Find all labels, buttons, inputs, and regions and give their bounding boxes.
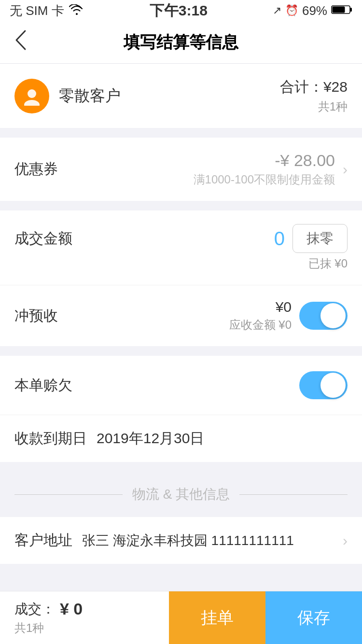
precollect-row: 冲预收 ¥0 应收金额 ¥0 (0, 285, 362, 346)
customer-name: 零散客户 (59, 85, 121, 107)
bottom-summary: 成交： ¥ 0 共1种 (0, 600, 169, 636)
alarm-icon: ⏰ (285, 4, 298, 17)
divider-4 (0, 462, 362, 472)
duedate-row: 收款到期日 2019年12月30日 (0, 415, 362, 462)
debt-label: 本单赊欠 (14, 376, 72, 395)
deal-amount-row: 成交金额 0 抹零 已抹 ¥0 (0, 210, 362, 285)
debt-toggle-knob (320, 373, 346, 398)
sim-text: 无 SIM 卡 (10, 2, 64, 19)
debt-row: 本单赊欠 (0, 356, 362, 415)
bottom-deal-label: 成交： (14, 600, 55, 618)
deal-amount-right: 0 抹零 (274, 224, 348, 253)
precollect-values: ¥0 应收金额 ¥0 (229, 299, 292, 333)
logistics-label: 物流 & 其他信息 (132, 485, 230, 504)
logistics-divider: 物流 & 其他信息 (0, 472, 362, 517)
bottom-deal-amount: ¥ 0 (60, 600, 83, 618)
battery-icon (331, 3, 352, 18)
bottom-bar: 成交： ¥ 0 共1种 挂单 保存 (0, 591, 362, 644)
bottom-count: 共1种 (14, 620, 154, 636)
deal-amount-value: 0 (274, 228, 285, 250)
svg-rect-2 (332, 6, 345, 13)
status-right: ↗ ⏰ 69% (273, 3, 352, 18)
logistics-line-left (14, 494, 123, 495)
svg-point-4 (24, 100, 40, 106)
chevron-right-icon: › (343, 161, 348, 178)
address-value: 张三 海淀永丰科技园 11111111111 (82, 532, 343, 550)
hold-button[interactable]: 挂单 (169, 591, 265, 644)
address-label: 客户地址 (14, 531, 72, 550)
customer-section: 零散客户 合计：¥28 共1种 (0, 64, 362, 128)
wifi-icon (69, 3, 84, 18)
duedate-value: 2019年12月30日 (97, 429, 204, 448)
status-time: 下午3:18 (150, 1, 208, 21)
svg-rect-1 (350, 8, 352, 12)
save-button[interactable]: 保存 (265, 591, 362, 644)
deal-amount-sub: 已抹 ¥0 (14, 256, 348, 271)
precollect-toggle[interactable] (299, 302, 348, 330)
divider-3 (0, 346, 362, 356)
voucher-right: -¥ 28.00 满1000-100不限制使用金额 › (194, 151, 348, 187)
customer-count: 共1种 (280, 99, 348, 114)
address-section: 客户地址 张三 海淀永丰科技园 11111111111 › (0, 517, 362, 564)
back-button[interactable] (14, 29, 27, 56)
voucher-label: 优惠券 (14, 159, 58, 179)
page-title: 填写结算等信息 (124, 31, 238, 54)
customer-totals: 合计：¥28 共1种 (280, 77, 348, 114)
toggle-knob (320, 303, 346, 328)
deal-amount-section: 成交金额 0 抹零 已抹 ¥0 冲预收 ¥0 应收金额 ¥0 (0, 210, 362, 346)
debt-toggle[interactable] (299, 371, 348, 399)
nav-bar: 填写结算等信息 (0, 21, 362, 64)
status-left: 无 SIM 卡 (10, 2, 84, 19)
svg-point-3 (28, 89, 36, 98)
voucher-row[interactable]: 优惠券 -¥ 28.00 满1000-100不限制使用金额 › (0, 138, 362, 201)
status-bar: 无 SIM 卡 下午3:18 ↗ ⏰ 69% (0, 0, 362, 21)
duedate-label: 收款到期日 (14, 429, 87, 448)
customer-avatar (14, 79, 49, 113)
customer-info: 零散客户 (14, 79, 121, 113)
voucher-section: 优惠券 -¥ 28.00 满1000-100不限制使用金额 › (0, 138, 362, 201)
precollect-label: 冲预收 (14, 306, 58, 326)
precollect-right: ¥0 应收金额 ¥0 (229, 299, 348, 333)
bottom-deal: 成交： ¥ 0 (14, 600, 154, 618)
divider-1 (0, 128, 362, 138)
round-button[interactable]: 抹零 (292, 224, 348, 253)
address-chevron-icon: › (343, 532, 348, 549)
precollect-sub: 应收金额 ¥0 (229, 317, 292, 333)
logistics-line-right (239, 494, 348, 495)
location-arrow-icon: ↗ (273, 4, 281, 17)
customer-total: 合计：¥28 (280, 77, 348, 97)
deal-amount-label: 成交金额 (14, 229, 72, 249)
divider-2 (0, 201, 362, 210)
deal-amount-top: 成交金额 0 抹零 (14, 224, 348, 253)
address-row[interactable]: 客户地址 张三 海淀永丰科技园 11111111111 › (0, 517, 362, 564)
precollect-amount: ¥0 (229, 299, 292, 315)
customer-row: 零散客户 合计：¥28 共1种 (0, 64, 362, 128)
debt-section: 本单赊欠 收款到期日 2019年12月30日 (0, 356, 362, 462)
voucher-discount: -¥ 28.00 (194, 151, 335, 170)
precollect-left: 冲预收 (14, 306, 58, 326)
voucher-description: 满1000-100不限制使用金额 (194, 172, 335, 187)
battery-text: 69% (302, 3, 327, 18)
voucher-value: -¥ 28.00 满1000-100不限制使用金额 (194, 151, 335, 187)
